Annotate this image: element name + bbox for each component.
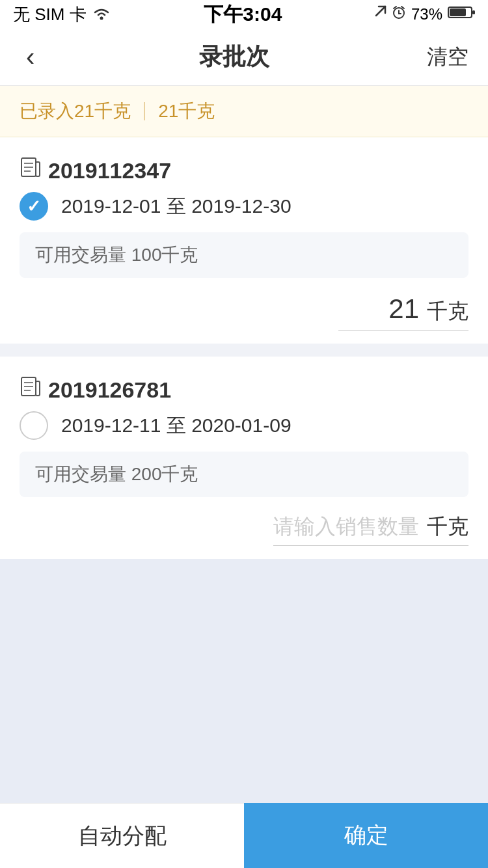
svg-rect-11 (36, 381, 40, 396)
amount-row: 21 千克 (20, 293, 468, 344)
input-underline (273, 545, 468, 546)
status-time: 下午3:04 (204, 1, 282, 28)
nav-bar: ‹ 录批次 清空 (0, 29, 488, 86)
input-row: 请输入销售数量 千克 (20, 513, 468, 559)
check-icon: ✓ (27, 197, 41, 217)
gray-area (0, 559, 488, 806)
info-banner: 已录入21千克 21千克 (0, 86, 488, 137)
batch-2-date-row[interactable]: 2019-12-11 至 2020-01-09 (20, 411, 468, 440)
svg-rect-6 (36, 162, 40, 176)
info-amount: 21千克 (158, 99, 215, 124)
batch-2-id: 2019126781 (48, 377, 171, 403)
recorded-label: 已录入21千克 (20, 99, 131, 124)
page-title: 录批次 (199, 41, 269, 73)
batch-card-2: 2019126781 2019-12-11 至 2020-01-09 可用交易量… (0, 357, 488, 497)
batch-1-available: 可用交易量 100千克 (20, 232, 468, 278)
input-row-wrapper: 请输入销售数量 千克 (0, 497, 488, 559)
batch-1-radio[interactable]: ✓ (20, 192, 48, 221)
battery-percent: 73% (411, 5, 442, 23)
batch-2-header: 2019126781 (20, 376, 468, 403)
clear-button[interactable]: 清空 (427, 43, 468, 72)
battery-icon (448, 5, 475, 23)
info-divider (144, 102, 145, 120)
batch-1-available-text: 可用交易量 100千克 (35, 245, 198, 265)
batch-card-1: 2019112347 ✓ 2019-12-01 至 2019-12-30 可用交… (0, 137, 488, 278)
auto-distribute-button[interactable]: 自动分配 (0, 803, 244, 868)
back-button[interactable]: ‹ (20, 36, 41, 78)
batch-1-id: 2019112347 (48, 158, 171, 183)
batch-1-header: 2019112347 (20, 157, 468, 184)
batch-2-doc-icon (20, 376, 42, 403)
batch-2-radio[interactable] (20, 411, 48, 440)
batch-2-unit: 千克 (427, 513, 468, 541)
batch-1-doc-icon (20, 157, 42, 184)
batch-1-unit: 千克 (427, 297, 468, 326)
svg-rect-3 (450, 8, 466, 16)
status-bar: 无 SIM 卡 下午3:04 73 (0, 0, 488, 29)
wifi-icon (92, 5, 111, 25)
svg-point-0 (100, 16, 103, 20)
card-spacer-1 (0, 344, 488, 357)
no-sim-label: 无 SIM 卡 (13, 3, 87, 26)
bottom-bar: 自动分配 确定 (0, 803, 488, 868)
batch-1-amount: 21 (388, 293, 419, 325)
batch-2-date: 2019-12-11 至 2020-01-09 (61, 413, 291, 439)
amount-row-wrapper: 21 千克 (0, 278, 488, 344)
batch-2-available-text: 可用交易量 200千克 (35, 464, 198, 484)
alarm-icon (392, 5, 406, 23)
location-icon (375, 5, 386, 23)
amount-container: 21 千克 (20, 293, 468, 331)
status-left: 无 SIM 卡 (13, 3, 111, 26)
status-right: 73% (375, 5, 475, 23)
batch-2-input-placeholder[interactable]: 请输入销售数量 (273, 513, 419, 541)
batch-1-date: 2019-12-01 至 2019-12-30 (61, 193, 291, 220)
svg-rect-4 (472, 10, 475, 14)
amount-underline (338, 330, 468, 331)
confirm-button[interactable]: 确定 (244, 803, 488, 868)
amount-values: 21 千克 (20, 293, 468, 326)
batch-1-date-row[interactable]: ✓ 2019-12-01 至 2019-12-30 (20, 192, 468, 221)
input-container[interactable]: 请输入销售数量 千克 (20, 513, 468, 546)
input-values: 请输入销售数量 千克 (20, 513, 468, 541)
batch-2-available: 可用交易量 200千克 (20, 452, 468, 497)
